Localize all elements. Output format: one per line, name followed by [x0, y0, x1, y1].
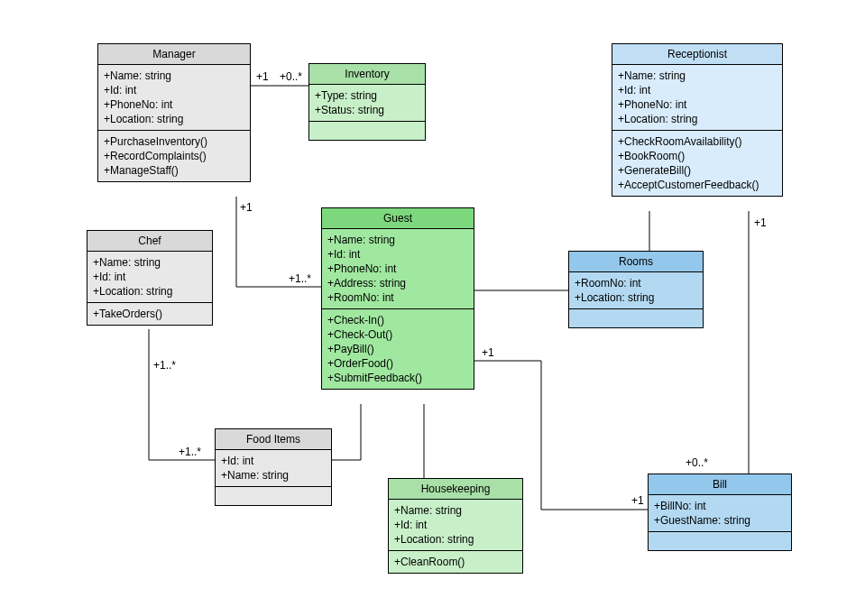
- attribute: +RoomNo: int: [327, 290, 468, 305]
- methods-section: +Check-In() +Check-Out() +PayBill() +Ord…: [322, 309, 474, 389]
- methods-section: +PurchaseInventory() +RecordComplaints()…: [98, 131, 250, 181]
- mult-label: +1..*: [289, 272, 311, 285]
- class-receptionist[interactable]: Receptionist +Name: string +Id: int +Pho…: [612, 43, 783, 197]
- methods-section: +TakeOrders(): [87, 303, 212, 325]
- class-title: Guest: [322, 208, 474, 229]
- class-housekeeping[interactable]: Housekeeping +Name: string +Id: int +Loc…: [388, 478, 523, 574]
- attribute: +Location: string: [93, 284, 207, 299]
- attribute: +Name: string: [327, 233, 468, 247]
- class-title: Food Items: [216, 429, 331, 450]
- class-manager[interactable]: Manager +Name: string +Id: int +PhoneNo:…: [97, 43, 251, 182]
- attribute: +PhoneNo: int: [618, 97, 777, 112]
- attribute: +Location: string: [394, 532, 517, 547]
- attribute: +Id: int: [327, 247, 468, 262]
- class-bill[interactable]: Bill +BillNo: int +GuestName: string: [648, 473, 792, 551]
- mult-label: +1..*: [153, 359, 176, 372]
- attribute: +GuestName: string: [654, 513, 786, 528]
- class-title: Manager: [98, 44, 250, 65]
- method: +Check-Out(): [327, 327, 468, 342]
- attribute: +Location: string: [618, 112, 777, 126]
- mult-label: +1..*: [179, 446, 201, 458]
- mult-label: +1: [240, 201, 253, 214]
- attribute: +RoomNo: int: [575, 276, 697, 290]
- attributes-section: +Name: string +Id: int +Location: string: [389, 500, 522, 551]
- method: +OrderFood(): [327, 356, 468, 371]
- class-food-items[interactable]: Food Items +Id: int +Name: string: [215, 428, 332, 506]
- mult-label: +1: [482, 346, 494, 359]
- method: +PurchaseInventory(): [104, 134, 244, 149]
- attribute: +Id: int: [618, 83, 777, 97]
- attribute: +PhoneNo: int: [327, 262, 468, 276]
- mult-label: +1: [754, 216, 767, 229]
- class-title: Chef: [87, 231, 212, 252]
- attribute: +Id: int: [221, 454, 326, 468]
- attributes-section: +Name: string +Id: int +PhoneNo: int +Ad…: [322, 229, 474, 309]
- attribute: +Name: string: [618, 69, 777, 83]
- attribute: +Name: string: [104, 69, 244, 83]
- methods-section: +CleanRoom(): [389, 551, 522, 573]
- diagram-canvas: +1 +0..* +1 +1..* +1..* +1..* +1 +0..* +…: [0, 0, 856, 616]
- attributes-section: +Type: string +Status: string: [309, 85, 425, 122]
- mult-label: +0..*: [686, 456, 708, 469]
- attribute: +BillNo: int: [654, 499, 786, 513]
- attribute: +Location: string: [104, 112, 244, 126]
- method: +ManageStaff(): [104, 163, 244, 178]
- class-rooms[interactable]: Rooms +RoomNo: int +Location: string: [568, 251, 704, 328]
- mult-label: +1: [631, 494, 644, 507]
- methods-section: [309, 122, 425, 140]
- class-title: Inventory: [309, 64, 425, 85]
- class-chef[interactable]: Chef +Name: string +Id: int +Location: s…: [87, 230, 213, 326]
- method: +SubmitFeedback(): [327, 371, 468, 385]
- methods-section: [569, 309, 703, 327]
- attributes-section: +Name: string +Id: int +PhoneNo: int +Lo…: [98, 65, 250, 131]
- class-inventory[interactable]: Inventory +Type: string +Status: string: [308, 63, 426, 141]
- method: +RecordComplaints(): [104, 149, 244, 163]
- attribute: +Status: string: [315, 103, 419, 117]
- attribute: +Id: int: [93, 270, 207, 284]
- methods-section: +CheckRoomAvailability() +BookRoom() +Ge…: [612, 131, 782, 196]
- class-guest[interactable]: Guest +Name: string +Id: int +PhoneNo: i…: [321, 207, 474, 390]
- class-title: Housekeeping: [389, 479, 522, 500]
- attribute: +PhoneNo: int: [104, 97, 244, 112]
- attributes-section: +Name: string +Id: int +PhoneNo: int +Lo…: [612, 65, 782, 131]
- class-title: Receptionist: [612, 44, 782, 65]
- method: +CheckRoomAvailability(): [618, 134, 777, 149]
- class-title: Bill: [649, 474, 791, 495]
- methods-section: [216, 487, 331, 505]
- method: +BookRoom(): [618, 149, 777, 163]
- attributes-section: +Name: string +Id: int +Location: string: [87, 252, 212, 303]
- method: +TakeOrders(): [93, 307, 207, 321]
- attribute: +Name: string: [221, 468, 326, 483]
- attribute: +Name: string: [93, 255, 207, 270]
- attributes-section: +RoomNo: int +Location: string: [569, 272, 703, 309]
- attribute: +Id: int: [394, 518, 517, 532]
- attribute: +Location: string: [575, 290, 697, 305]
- mult-label: +0..*: [280, 70, 302, 83]
- method: +CleanRoom(): [394, 555, 517, 569]
- methods-section: [649, 532, 791, 550]
- method: +AcceptCustomerFeedback(): [618, 178, 777, 192]
- method: +PayBill(): [327, 342, 468, 356]
- attribute: +Address: string: [327, 276, 468, 290]
- method: +GenerateBill(): [618, 163, 777, 178]
- class-title: Rooms: [569, 252, 703, 272]
- mult-label: +1: [256, 70, 269, 83]
- method: +Check-In(): [327, 313, 468, 327]
- attribute: +Name: string: [394, 503, 517, 518]
- attributes-section: +Id: int +Name: string: [216, 450, 331, 487]
- attributes-section: +BillNo: int +GuestName: string: [649, 495, 791, 532]
- attribute: +Type: string: [315, 88, 419, 103]
- attribute: +Id: int: [104, 83, 244, 97]
